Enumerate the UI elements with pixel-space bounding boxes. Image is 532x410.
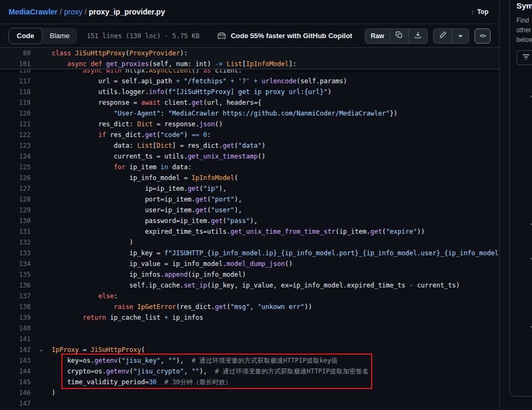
tab-blame[interactable]: Blame bbox=[42, 28, 77, 44]
gutter-spacer bbox=[31, 130, 52, 140]
symbols-panel-content: Sym Find other below bbox=[510, 0, 532, 65]
symbols-filter-input[interactable] bbox=[516, 50, 532, 65]
line-number[interactable]: 137 bbox=[0, 291, 31, 301]
symbol-group-chevron-icon[interactable]: ⌄ bbox=[528, 255, 532, 262]
line-number[interactable]: 145 bbox=[0, 377, 31, 387]
symbol-group-chevron-icon[interactable]: ⌄ bbox=[528, 220, 532, 228]
line-number[interactable]: 119 bbox=[0, 97, 31, 108]
copilot-icon bbox=[217, 32, 226, 40]
code-line: 139 return ip_cache_list + ip_infos bbox=[0, 312, 499, 323]
arrow-up-icon: ↑ bbox=[471, 8, 474, 16]
code-line: 120 "User-Agent": "MediaCrawler https://… bbox=[0, 108, 499, 119]
gutter-spacer bbox=[31, 140, 52, 151]
line-number[interactable]: 125 bbox=[0, 162, 31, 172]
chevron-down-icon bbox=[458, 32, 463, 40]
code-line-text: data: List[Dict] = res_dict.get("data") bbox=[52, 140, 499, 151]
code-line-text: async def get_proxies(self, num: int) ->… bbox=[52, 59, 499, 69]
code-line: 123 data: List[Dict] = res_dict.get("dat… bbox=[0, 140, 499, 151]
code-line-text: raise IpGetError(res_dict.get("msg", "un… bbox=[52, 301, 499, 312]
line-number[interactable]: 136 bbox=[0, 280, 31, 291]
symbol-group-chevron-icon[interactable]: ⌄ bbox=[528, 323, 532, 330]
gutter-spacer bbox=[31, 355, 52, 366]
line-number[interactable]: 135 bbox=[0, 269, 31, 280]
code-line-text: ip_info_model = IpInfoModel( bbox=[52, 172, 499, 183]
gutter-spacer bbox=[31, 108, 52, 119]
line-number[interactable]: 122 bbox=[0, 130, 31, 140]
code-line: 146) bbox=[0, 387, 499, 398]
fold-chevron-icon[interactable]: ⌄ bbox=[31, 344, 52, 355]
line-number[interactable]: 128 bbox=[0, 194, 31, 205]
description-line: other bbox=[516, 25, 532, 35]
line-number[interactable]: 142 bbox=[0, 344, 31, 355]
line-number[interactable]: 129 bbox=[0, 205, 31, 215]
line-number[interactable]: 139 bbox=[0, 312, 31, 323]
back-to-top-button[interactable]: ↑ Top bbox=[471, 8, 488, 16]
code-line: 143 key=os.getenv("jisu_key", ""), # 通过环… bbox=[0, 355, 499, 366]
line-number[interactable]: 126 bbox=[0, 172, 31, 183]
line-number[interactable]: 134 bbox=[0, 258, 31, 269]
line-number[interactable]: 132 bbox=[0, 237, 31, 248]
edit-dropdown-button[interactable] bbox=[452, 29, 469, 43]
line-number[interactable]: 140 bbox=[0, 323, 31, 334]
line-number[interactable]: 124 bbox=[0, 151, 31, 162]
line-number[interactable]: 130 bbox=[0, 215, 31, 226]
line-number[interactable]: 143 bbox=[0, 355, 31, 366]
breadcrumb-folder-link[interactable]: proxy bbox=[64, 8, 82, 16]
description-line: below bbox=[516, 35, 532, 45]
gutter-spacer bbox=[31, 48, 52, 59]
line-number[interactable]: 147 bbox=[0, 398, 31, 409]
breadcrumb-repo-link[interactable]: MediaCrawler bbox=[9, 8, 58, 16]
code-line-text: IpProxy = JiSuHttpProxy( bbox=[52, 344, 499, 355]
code-line-text bbox=[52, 334, 499, 344]
code-line: 119 response = await client.get(url, hea… bbox=[0, 97, 499, 108]
code-line: 134 ip_value = ip_info_model.model_dump_… bbox=[0, 258, 499, 269]
symbols-panel: Sym Find other below ⌄⌄⌄⌄ bbox=[509, 0, 532, 397]
code-line-text: key=os.getenv("jisu_key", ""), # 通过环境变量的… bbox=[52, 355, 499, 366]
line-number[interactable]: 141 bbox=[0, 334, 31, 344]
line-number[interactable]: 121 bbox=[0, 119, 31, 130]
code-line-text: ip=ip_item.get("ip"), bbox=[52, 183, 499, 194]
line-number[interactable]: 127 bbox=[0, 183, 31, 194]
code-line-text: utils.logger.info(f"[JiSuHttpProxy] get … bbox=[52, 87, 499, 97]
gutter-spacer bbox=[31, 226, 52, 237]
symbols-panel-toggle-button[interactable]: <> bbox=[474, 28, 491, 44]
line-number[interactable]: 146 bbox=[0, 387, 31, 398]
code-brackets-icon: <> bbox=[479, 32, 485, 39]
code-line-text: return ip_cache_list + ip_infos bbox=[52, 312, 499, 323]
gutter-spacer bbox=[31, 323, 52, 334]
gutter-spacer bbox=[31, 248, 52, 258]
gutter-spacer bbox=[31, 87, 52, 97]
copilot-banner: Code 55% faster with GitHub Copilot bbox=[217, 32, 352, 40]
code-line-text: ) bbox=[52, 237, 499, 248]
edit-file-button[interactable] bbox=[434, 29, 452, 43]
raw-button[interactable]: Raw bbox=[365, 29, 389, 43]
download-raw-button[interactable] bbox=[408, 29, 427, 43]
gutter-spacer bbox=[31, 194, 52, 205]
back-to-top-label: Top bbox=[477, 8, 488, 16]
line-number[interactable]: 101 bbox=[0, 59, 31, 69]
file-view: MediaCrawler/proxy/proxy_ip_provider.py … bbox=[0, 0, 500, 410]
copilot-banner-text: Code 55% faster with GitHub Copilot bbox=[231, 32, 352, 40]
tab-code[interactable]: Code bbox=[9, 28, 42, 44]
line-number[interactable]: 123 bbox=[0, 140, 31, 151]
line-number[interactable]: 118 bbox=[0, 87, 31, 97]
line-number[interactable]: 117 bbox=[0, 76, 31, 87]
code-line: 117 url = self.api_path + "/fetchips" + … bbox=[0, 76, 499, 87]
line-number[interactable]: 138 bbox=[0, 301, 31, 312]
code-line-text: res_dict: Dict = response.json() bbox=[52, 119, 499, 130]
breadcrumb: MediaCrawler/proxy/proxy_ip_provider.py bbox=[9, 8, 165, 16]
code-line-text: class JiSuHttpProxy(ProxyProvider): bbox=[52, 48, 499, 59]
gutter-spacer bbox=[31, 237, 52, 248]
line-number[interactable]: 120 bbox=[0, 108, 31, 119]
gutter-spacer bbox=[31, 97, 52, 108]
line-number[interactable]: 80 bbox=[0, 48, 31, 59]
line-number[interactable]: 131 bbox=[0, 226, 31, 237]
symbol-group-chevron-icon[interactable]: ⌄ bbox=[528, 92, 532, 100]
line-number[interactable]: 144 bbox=[0, 366, 31, 377]
gutter-spacer bbox=[31, 334, 52, 344]
code-line-text bbox=[52, 398, 499, 409]
line-number[interactable]: 133 bbox=[0, 248, 31, 258]
code-line-text: ip_infos.append(ip_info_model) bbox=[52, 269, 499, 280]
copy-raw-button[interactable] bbox=[389, 29, 408, 43]
breadcrumb-filename: proxy_ip_provider.py bbox=[89, 8, 165, 16]
